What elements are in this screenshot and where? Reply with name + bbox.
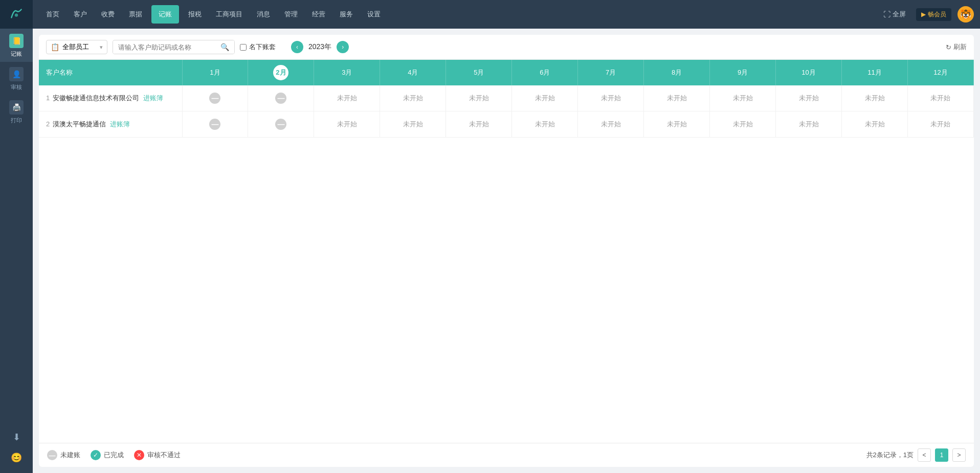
not-started-status: 未开始 (403, 120, 423, 128)
bookkeeping-table: 客户名称 1月 2月 3月 4月 5月 6月 7月 8月 9月 10月 (39, 60, 974, 138)
sidebar-item-audit[interactable]: 👤 审核 (0, 62, 33, 95)
search-input[interactable] (113, 41, 215, 54)
not-started-status: 未开始 (535, 94, 555, 102)
col-header-m2: 2月 (248, 60, 314, 85)
not-started-status: 未开始 (337, 120, 357, 128)
month-cell-10: 未开始 (776, 111, 842, 138)
month-cell-7: 未开始 (578, 85, 644, 111)
nav-tax[interactable]: 报税 (181, 0, 209, 29)
nav-bookkeeping[interactable]: 记账 (151, 5, 179, 24)
month-cell-10: 未开始 (776, 85, 842, 111)
nav-invoice[interactable]: 票据 (122, 0, 149, 29)
support-icon[interactable]: 😊 (4, 448, 29, 467)
nav-billing[interactable]: 收费 (94, 0, 122, 29)
nav-manage[interactable]: 管理 (277, 0, 305, 29)
client-name-cell: 1安徽畅捷通信息技术有限公司进账簿 (39, 85, 182, 111)
search-button[interactable]: 🔍 (215, 40, 234, 54)
prev-page-button[interactable]: < (918, 448, 931, 462)
employee-icon: 📋 (51, 43, 59, 51)
month-cell-2: — (248, 85, 314, 111)
topnav-right: ⛶ 全屏 ▶ 畅会员 🐯 (879, 6, 974, 22)
col-header-m10: 10月 (776, 60, 842, 85)
month-cell-9: 未开始 (710, 85, 776, 111)
rejected-icon: ✕ (134, 450, 144, 460)
year-nav: ‹ 2023年 › (291, 41, 349, 53)
not-started-status: 未开始 (733, 94, 753, 102)
myaccounts-checkbox-label[interactable]: 名下账套 (240, 42, 276, 52)
main-area: 首页 客户 收费 票据 记账 报税 工商项目 消息 管理 经营 服务 设置 ⛶ … (33, 0, 980, 473)
active-month-badge: 2月 (273, 65, 288, 80)
employee-select[interactable]: 📋 全部员工 ▾ (46, 40, 107, 54)
col-header-m1: 1月 (182, 60, 248, 85)
month-cell-8: 未开始 (644, 111, 710, 138)
col-header-m5: 5月 (446, 60, 512, 85)
row-number: 2 (46, 120, 50, 128)
month-cell-11: 未开始 (842, 85, 908, 111)
vip-button[interactable]: ▶ 畅会员 (916, 8, 951, 21)
table-footer: — 未建账 ✓ 已完成 ✕ 审核不通过 共2条记录，1页 < 1 > (39, 443, 974, 467)
not-started-status: 未开始 (733, 120, 753, 128)
nav-business[interactable]: 工商项目 (209, 0, 250, 29)
legend-completed: ✓ 已完成 (91, 450, 124, 460)
month-cell-2: — (248, 111, 314, 138)
nav-client[interactable]: 客户 (66, 0, 94, 29)
next-year-button[interactable]: › (337, 41, 349, 53)
avatar[interactable]: 🐯 (957, 6, 974, 22)
sidebar-item-print[interactable]: 🖨️ 打印 (0, 95, 33, 128)
not-started-status: 未开始 (601, 120, 621, 128)
not-started-status: 未开始 (865, 120, 885, 128)
nav-service[interactable]: 服务 (332, 0, 360, 29)
toolbar: 📋 全部员工 ▾ 🔍 名下账套 ‹ 2023年 › ↻ 刷新 (39, 35, 974, 60)
content-area: 📋 全部员工 ▾ 🔍 名下账套 ‹ 2023年 › ↻ 刷新 (33, 29, 980, 473)
col-header-m6: 6月 (512, 60, 578, 85)
table-row: 2漠澳太平畅捷通信进账簿——未开始未开始未开始未开始未开始未开始未开始未开始未开… (39, 111, 974, 138)
svg-point-0 (15, 13, 18, 16)
status-dash-icon: — (209, 93, 220, 104)
audit-icon: 👤 (9, 67, 24, 81)
client-name: 漠澳太平畅捷通信 (53, 120, 106, 128)
not-started-status: 未开始 (865, 94, 885, 102)
table-row: 1安徽畅捷通信息技术有限公司进账簿——未开始未开始未开始未开始未开始未开始未开始… (39, 85, 974, 111)
sidebar-item-bookkeeping[interactable]: 📒 记账 (0, 29, 33, 62)
not-started-status: 未开始 (799, 94, 819, 102)
refresh-button[interactable]: ↻ 刷新 (946, 42, 967, 52)
client-name-cell: 2漠澳太平畅捷通信进账簿 (39, 111, 182, 138)
col-header-m9: 9月 (710, 60, 776, 85)
month-cell-1: — (182, 85, 248, 111)
bookkeeping-table-container: 客户名称 1月 2月 3月 4月 5月 6月 7月 8月 9月 10月 (39, 60, 974, 443)
month-cell-12: 未开始 (907, 85, 973, 111)
status-dash-icon: — (275, 119, 286, 130)
nav-message[interactable]: 消息 (250, 0, 277, 29)
next-page-button[interactable]: > (952, 448, 966, 462)
sidebar-bottom: ⬇ 😊 (4, 428, 29, 473)
col-header-m12: 12月 (907, 60, 973, 85)
month-cell-8: 未开始 (644, 85, 710, 111)
month-cell-3: 未开始 (314, 111, 380, 138)
nav-operation[interactable]: 经营 (305, 0, 332, 29)
month-cell-6: 未开始 (512, 85, 578, 111)
not-started-status: 未开始 (535, 120, 555, 128)
enter-link[interactable]: 进账簿 (143, 94, 163, 102)
month-cell-9: 未开始 (710, 111, 776, 138)
not-started-status: 未开始 (930, 120, 950, 128)
nav-settings[interactable]: 设置 (360, 0, 388, 29)
pagination-summary: 共2条记录，1页 (866, 451, 914, 460)
myaccounts-checkbox[interactable] (240, 44, 247, 51)
download-icon[interactable]: ⬇ (4, 428, 29, 446)
col-header-m4: 4月 (380, 60, 446, 85)
prev-year-button[interactable]: ‹ (291, 41, 303, 53)
not-started-status: 未开始 (667, 94, 687, 102)
refresh-icon: ↻ (946, 43, 951, 51)
not-started-status: 未开始 (799, 120, 819, 128)
topnav: 首页 客户 收费 票据 记账 报税 工商项目 消息 管理 经营 服务 设置 ⛶ … (33, 0, 980, 29)
month-cell-11: 未开始 (842, 111, 908, 138)
current-page-button[interactable]: 1 (935, 448, 948, 462)
search-wrap: 🔍 (113, 40, 235, 54)
not-started-status: 未开始 (667, 120, 687, 128)
fullscreen-button[interactable]: ⛶ 全屏 (879, 8, 910, 21)
bookkeeping-icon: 📒 (9, 34, 24, 48)
col-header-m3: 3月 (314, 60, 380, 85)
print-icon: 🖨️ (9, 100, 24, 115)
enter-link[interactable]: 进账簿 (110, 120, 130, 128)
nav-home[interactable]: 首页 (39, 0, 66, 29)
